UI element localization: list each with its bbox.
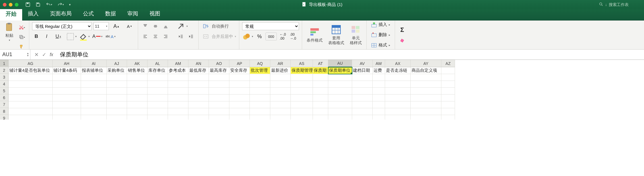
cell-AX3[interactable]	[385, 81, 411, 88]
enter-formula-icon[interactable]: ✓	[42, 52, 46, 58]
col-header-AL[interactable]: AL	[148, 60, 168, 67]
col-header-AZ[interactable]: AZ	[441, 60, 455, 67]
cell-AL7[interactable]	[148, 108, 168, 115]
col-header-AX[interactable]: AX	[385, 60, 411, 67]
cell-AM7[interactable]	[168, 108, 188, 115]
cell-AU7[interactable]	[328, 108, 352, 115]
cell-AV1[interactable]: 建档日期	[352, 67, 373, 74]
cell-AI3[interactable]	[81, 81, 107, 88]
cell-AT1[interactable]: 保质期	[313, 67, 328, 74]
name-box-stepper[interactable]: ▲ ▼	[26, 52, 30, 57]
cell-AP4[interactable]	[229, 88, 250, 95]
paste-button[interactable]: 粘贴 ▾	[3, 22, 16, 42]
cell-AZ3[interactable]	[441, 81, 455, 88]
cell-AS3[interactable]	[291, 81, 313, 88]
cell-AL2[interactable]	[148, 74, 168, 81]
underline-button[interactable]: U▾	[53, 32, 64, 40]
accounting-format-icon[interactable]: ▾	[242, 32, 254, 40]
col-header-AO[interactable]: AO	[209, 60, 229, 67]
col-header-AH[interactable]: AH	[53, 60, 81, 67]
cell-AW5[interactable]	[373, 95, 385, 101]
cell-AL3[interactable]	[148, 81, 168, 88]
col-header-AJ[interactable]: AJ	[107, 60, 127, 67]
cell-AM6[interactable]	[168, 101, 188, 108]
cell-AM3[interactable]	[168, 81, 188, 88]
cell-AU8[interactable]	[328, 115, 352, 120]
cell-AL5[interactable]	[148, 95, 168, 101]
cell-AJ5[interactable]	[107, 95, 127, 101]
row-header-2[interactable]: 2	[0, 67, 9, 74]
comma-format-icon[interactable]: 000	[265, 32, 277, 40]
cell-AX6[interactable]	[385, 101, 411, 108]
cell-AH1[interactable]: 辅计量4条码	[53, 67, 81, 74]
cell-AO7[interactable]	[209, 108, 229, 115]
col-header-AR[interactable]: AR	[270, 60, 291, 67]
fill-handle[interactable]	[351, 73, 352, 74]
cell-AH7[interactable]	[53, 108, 81, 115]
cell-AG7[interactable]	[9, 108, 53, 115]
row-header-7[interactable]: 7	[0, 101, 9, 108]
decrease-decimal-icon[interactable]: .00→.0	[289, 32, 297, 40]
cell-AS2[interactable]	[291, 74, 313, 81]
cell-AK4[interactable]	[127, 88, 148, 95]
cell-AO4[interactable]	[209, 88, 229, 95]
merge-center-icon[interactable]	[201, 32, 210, 40]
cell-AP6[interactable]	[229, 101, 250, 108]
cell-AT4[interactable]	[313, 88, 328, 95]
cell-AU2[interactable]	[328, 74, 352, 81]
cell-AK2[interactable]	[127, 74, 148, 81]
cell-AS6[interactable]	[291, 101, 313, 108]
align-left-icon[interactable]	[141, 32, 149, 40]
cell-AI2[interactable]	[81, 74, 107, 81]
cell-AQ7[interactable]	[250, 108, 270, 115]
cell-AJ7[interactable]	[107, 108, 127, 115]
col-header-AU[interactable]: AU	[328, 60, 352, 67]
format-as-table-button[interactable]: 套用 表格格式	[327, 25, 346, 45]
formula-input[interactable]	[57, 51, 644, 58]
cell-AM1[interactable]: 参考成本	[168, 67, 188, 74]
col-header-AG[interactable]: AG	[9, 60, 53, 67]
increase-indent-icon[interactable]	[187, 32, 196, 40]
cell-AZ8[interactable]	[441, 115, 455, 120]
col-header-AW[interactable]: AW	[373, 60, 385, 67]
cell-AL1[interactable]: 库存单位	[148, 67, 168, 74]
cell-AV6[interactable]	[352, 101, 373, 108]
cell-AY1[interactable]: 商品自定义项	[411, 67, 441, 74]
cell-AX4[interactable]	[385, 88, 411, 95]
cell-AZ1[interactable]	[441, 67, 455, 74]
col-header-AN[interactable]: AN	[188, 60, 209, 67]
cell-AX2[interactable]	[385, 74, 411, 81]
cell-AX5[interactable]	[385, 95, 411, 101]
fx-icon[interactable]: fx	[50, 52, 53, 57]
row-header-9[interactable]: 9	[0, 115, 9, 120]
cell-AG2[interactable]	[9, 74, 53, 81]
cell-AI4[interactable]	[81, 88, 107, 95]
align-bottom-icon[interactable]	[161, 22, 170, 30]
cell-AH2[interactable]	[53, 74, 81, 81]
sheet-search-input[interactable]	[609, 2, 640, 7]
save-as-icon[interactable]	[24, 2, 32, 7]
number-format-select[interactable]: 常规	[242, 22, 299, 30]
cell-AP7[interactable]	[229, 108, 250, 115]
cell-AZ2[interactable]	[441, 74, 455, 81]
cell-AU5[interactable]	[328, 95, 352, 101]
tab-view[interactable]: 视图	[144, 8, 166, 20]
cell-AK5[interactable]	[127, 95, 148, 101]
cell-AP2[interactable]	[229, 74, 250, 81]
cell-AY8[interactable]	[411, 115, 441, 120]
col-header-AT[interactable]: AT	[313, 60, 328, 67]
cell-AU3[interactable]	[328, 81, 352, 88]
cell-AK8[interactable]	[127, 115, 148, 120]
cell-AQ1[interactable]: 批次管理	[250, 67, 270, 74]
increase-font-icon[interactable]: A▴	[111, 22, 122, 30]
fill-color-button[interactable]: ▾	[79, 32, 90, 40]
cell-AV7[interactable]	[352, 108, 373, 115]
cell-AH3[interactable]	[53, 81, 81, 88]
tab-page-layout[interactable]: 页面布局	[44, 8, 77, 20]
cell-AX8[interactable]	[385, 115, 411, 120]
font-size-select[interactable]: 11▾	[94, 22, 109, 30]
cell-AP1[interactable]: 安全库存	[229, 67, 250, 74]
align-middle-icon[interactable]	[151, 22, 160, 30]
customize-qat-icon[interactable]: ▾	[68, 2, 72, 7]
cell-AS1[interactable]: 保质期管理	[291, 67, 313, 74]
